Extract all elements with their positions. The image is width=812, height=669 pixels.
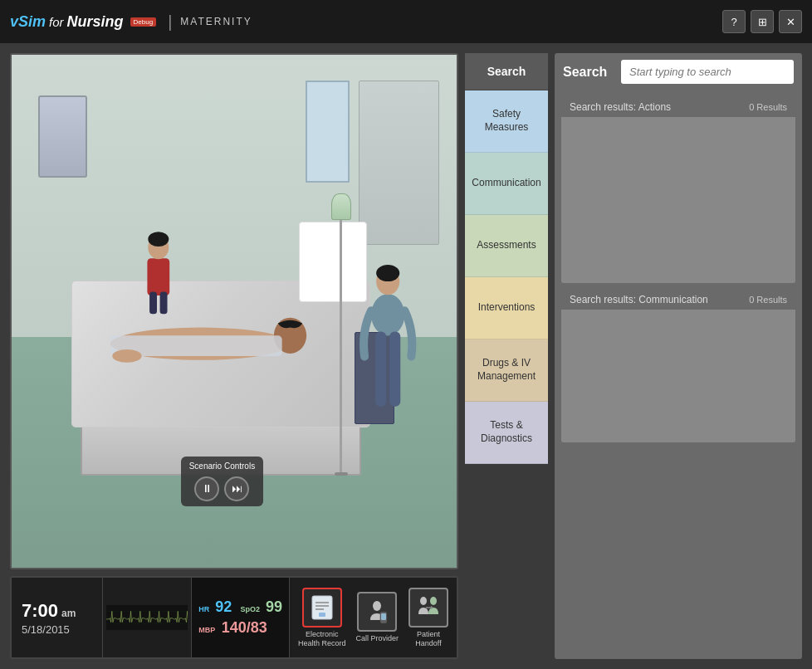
spo2-label: SpO2 [240,605,260,613]
iv-pole [332,193,350,476]
logo-maternity: MATERNITY [180,16,252,27]
window [306,81,350,183]
search-input[interactable] [621,60,794,84]
call-provider-label: Call Provider [355,634,399,643]
actions-results-count: 0 Results [749,102,787,112]
ehr-label: ElectronicHealth Record [298,630,346,648]
svg-rect-12 [149,291,157,314]
iv-pole-bar [340,220,342,472]
patient-handoff-label: PatientHandoff [415,630,441,648]
search-panel-title: Search [563,65,613,80]
search-input-container [621,60,794,84]
iv-bag [331,193,351,220]
patient-figure [78,276,323,404]
communication-results-section: Search results: Communication 0 Results [561,290,795,442]
iv-base [335,472,348,476]
time-display: 7:00 am [22,600,92,622]
call-provider-icon-box [357,592,397,632]
debug-badge: Debug [130,17,157,27]
mbp-value: 140/83 [222,619,267,636]
svg-point-27 [430,597,437,605]
actions-results-section: Search results: Actions 0 Results [561,97,795,283]
scene-background: Scenario Controls ⏸ ⏭ [12,55,457,568]
hr-label: HR [198,605,209,613]
hr-value: 92 [215,598,232,616]
menu-panel: Search Safety Measures Communication Ass… [465,53,548,659]
assessments-label: Assessments [477,239,536,252]
safety-measures-menu-item[interactable]: Safety Measures [465,90,548,153]
search-results: Search results: Actions 0 Results Search… [555,90,802,659]
actions-results-header: Search results: Actions 0 Results [561,97,795,117]
scene-view: Scenario Controls ⏸ ⏭ [10,53,458,569]
logo-divider: | [168,12,172,32]
actions-results-body [561,117,795,283]
tests-diagnostics-menu-item[interactable]: Tests & Diagnostics [465,402,548,464]
right-panel: Search Safety Measures Communication Ass… [465,53,802,659]
call-provider-action-item[interactable]: Call Provider [352,588,402,647]
mbp-label: MBP [198,626,215,634]
communication-results-body [561,310,795,442]
svg-rect-4 [389,332,400,407]
tests-diagnostics-label: Tests & Diagnostics [472,419,541,445]
ehr-icon-box [302,588,342,627]
scenario-controls: Scenario Controls ⏸ ⏭ [181,457,263,506]
status-bar: 7:00 am 5/18/2015 [10,576,458,659]
title-bar: vSim for Nursing Debug | MATERNITY ? ⊞ ✕ [0,0,812,43]
time-value: 7:00 [22,600,58,622]
search-header: Search [555,53,802,90]
drugs-iv-menu-item[interactable]: Drugs & IV Management [465,339,548,402]
nurse-figure [355,178,421,486]
drugs-iv-label: Drugs & IV Management [472,357,541,383]
spo2-value: 99 [266,598,282,616]
date-display: 5/18/2015 [22,623,92,636]
help-button[interactable]: ? [722,10,746,33]
svg-point-2 [376,265,399,281]
call-provider-icon [364,598,390,625]
communication-label: Communication [472,177,541,190]
search-panel: Search Search results: Actions 0 Results [555,53,802,659]
interventions-menu-item[interactable]: Interventions [465,277,548,339]
action-buttons-group: ElectronicHealth Record C [290,578,457,657]
svg-rect-25 [381,613,386,620]
patient-handoff-icon [415,594,442,621]
hr-spo2-row: HR 92 SpO2 99 [198,598,282,616]
fast-forward-button[interactable]: ⏭ [224,476,249,501]
monitor [38,95,87,178]
svg-rect-9 [147,258,169,295]
communication-menu-item[interactable]: Communication [465,153,548,215]
ampm-value: am [61,608,76,619]
logo-for: for [49,15,64,29]
scenario-controls-label: Scenario Controls [189,461,255,471]
assessments-menu-item[interactable]: Assessments [465,215,548,277]
logo-vsim: vSim [10,13,46,31]
grid-button[interactable]: ⊞ [751,10,774,33]
patient-handoff-icon-box [408,588,448,627]
datetime-panel: 7:00 am 5/18/2015 [12,578,103,657]
interventions-label: Interventions [478,301,536,315]
main-content: Scenario Controls ⏸ ⏭ 7:00 am 5/18/2015 [0,43,812,669]
pause-button[interactable]: ⏸ [194,476,219,501]
svg-rect-22 [319,613,325,617]
ehr-icon [309,594,335,621]
controls-buttons: ⏸ ⏭ [194,476,249,501]
safety-measures-label: Safety Measures [472,108,541,134]
logo-nursing: Nursing [67,13,124,31]
actions-results-label: Search results: Actions [570,101,671,113]
vitals-panel: HR 92 SpO2 99 MBP 140/83 [192,578,290,657]
communication-results-header: Search results: Communication 0 Results [561,290,795,310]
app-logo: vSim for Nursing Debug | MATERNITY [10,12,252,32]
sim-panel: Scenario Controls ⏸ ⏭ 7:00 am 5/18/2015 [10,53,458,659]
svg-rect-3 [375,332,386,407]
communication-results-count: 0 Results [749,295,787,305]
svg-point-0 [371,295,404,336]
patient-handoff-action-item[interactable]: PatientHandoff [405,584,452,652]
ehr-action-item[interactable]: ElectronicHealth Record [295,584,350,652]
ecg-panel [103,578,192,657]
svg-rect-13 [160,291,168,314]
mbp-row: MBP 140/83 [198,619,282,637]
title-controls: ? ⊞ ✕ [722,10,802,33]
search-menu-button[interactable]: Search [465,53,548,90]
svg-point-23 [373,601,381,611]
close-button[interactable]: ✕ [779,10,802,33]
svg-point-26 [420,597,427,605]
